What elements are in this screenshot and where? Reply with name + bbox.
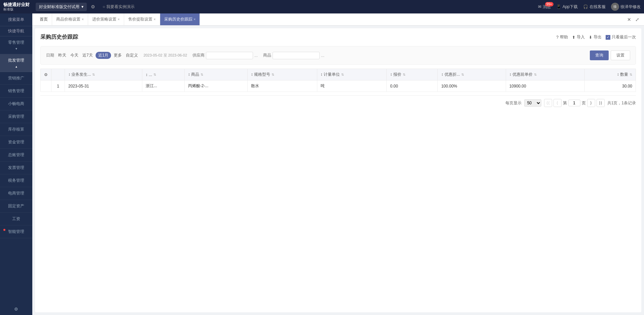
th-quantity-sort-icon[interactable]: ⇅ (630, 73, 632, 76)
tabs-bar: 首页 商品价格设置 × 进价策略设置 × 售价提取设置 × 采购历史价跟踪 × … (32, 13, 644, 26)
sidebar-item-smart[interactable]: 智能管理 (0, 225, 32, 238)
settings-col-icon[interactable]: ⚙ (44, 72, 48, 77)
tab-price-extract[interactable]: 售价提取设置 × (124, 13, 160, 26)
tab-purchase-strategy-close[interactable]: × (118, 18, 120, 21)
tab-price-extract-close[interactable]: × (154, 18, 156, 21)
th-orig-price: ↕ 优惠前单价 ⇅ (506, 69, 584, 80)
th-date-sort-icon[interactable]: ⇅ (92, 73, 95, 76)
page-next-button[interactable]: ⟩ (587, 99, 595, 107)
sidebar-search[interactable]: 搜索菜单 (0, 13, 32, 26)
th-spec-label: ↕ 规格型号 (251, 72, 270, 77)
filter-actions: 查询 设置 (590, 50, 630, 60)
date-opt-7days[interactable]: 近7天 (81, 52, 94, 59)
tab-goods-price-close[interactable]: × (82, 18, 84, 21)
sidebar-item-ecommerce-small[interactable]: 小畅电商 (0, 98, 32, 110)
user-info[interactable]: 徐 徐泽华修改 (611, 3, 641, 11)
page-total: 共1页，1条记录 (607, 100, 636, 106)
row-settings-cell (41, 80, 51, 92)
sidebar-settings-button[interactable]: ⚙ (0, 303, 32, 315)
sidebar-item-marketing[interactable]: 营销推广 (0, 72, 32, 85)
th-orig-price-sort-icon[interactable]: ⇅ (534, 73, 537, 76)
sidebar-quick-nav[interactable]: 快捷导航 (0, 26, 32, 36)
demo-button[interactable]: ○ 我要看实例演示 (103, 4, 135, 10)
tab-home[interactable]: 首页 (36, 13, 52, 26)
tab-purchase-history-close[interactable]: × (194, 18, 196, 21)
sidebar-item-salary-label: 工资 (12, 216, 20, 222)
page-number-input[interactable] (568, 100, 580, 106)
messages-item[interactable]: ✉ 消息 99+ (538, 4, 551, 10)
filter-bar: 日期 昨天 今天 近7天 近1月 更多 自定义 2023-05-02 至 202… (40, 46, 636, 65)
th-num (51, 69, 65, 80)
tab-close-window-button[interactable]: ✕ (626, 15, 633, 24)
th-spec: ↕ 规格型号 ⇅ (247, 69, 317, 80)
row-goods: 丙烯酸-2-... (188, 83, 209, 88)
tab-purchase-history-label: 采购历史价跟踪 (164, 16, 192, 22)
sidebar-item-ecommerce-small-label: 小畅电商 (8, 101, 24, 107)
page-header: 采购历史价跟踪 ? 帮助 ⬆ 导入 ⬇ 导出 ✓ (40, 34, 636, 41)
sidebar: 搜索菜单 快捷导航 零售管理 ▾ 批发管理 ▴ 营销推广 销售管理 小畅电商 采… (0, 13, 32, 315)
export-button[interactable]: ⬇ 导出 (589, 34, 602, 40)
th-discount-label: ↕ 优惠折... (441, 72, 460, 77)
sidebar-item-salary[interactable]: 工资 (0, 213, 32, 225)
sidebar-item-smart-label: 智能管理 (8, 229, 24, 235)
supplier-input[interactable] (206, 52, 253, 59)
settings-gear-icon[interactable]: ⚙ (14, 307, 18, 312)
tab-purchase-strategy-label: 进价策略设置 (92, 16, 116, 22)
supplier-more-btn[interactable]: ... (254, 53, 258, 58)
page-prev-button[interactable]: ⟨ (553, 99, 562, 107)
date-filter-label: 日期 (46, 53, 54, 58)
app-download-item[interactable]: 📱 App下载 (556, 4, 578, 10)
date-opt-1month[interactable]: 近1月 (96, 52, 111, 59)
page-last-button[interactable]: ⟩⟩ (597, 99, 605, 107)
filter-settings-button[interactable]: 设置 (611, 50, 630, 60)
date-filter-group: 日期 昨天 今天 近7天 近1月 更多 自定义 2023-05-02 至 202… (46, 52, 187, 59)
goods-input[interactable] (273, 52, 320, 59)
only-last-checkbox-box[interactable]: ✓ (606, 35, 610, 40)
row-quantity: 30.00 (622, 84, 632, 89)
sidebar-item-tax[interactable]: 税务管理 (0, 174, 32, 187)
product-selector[interactable]: 好业财标准版交付试用 ▾ (36, 3, 87, 11)
content-area: 首页 商品价格设置 × 进价策略设置 × 售价提取设置 × 采购历史价跟踪 × … (32, 13, 644, 315)
page-first-button[interactable]: ⟨⟨ (544, 99, 552, 107)
sidebar-item-sales[interactable]: 销售管理 (0, 85, 32, 98)
page-label: 第 (563, 100, 567, 106)
only-last-checkbox[interactable]: ✓ 只看最后一次 (606, 34, 636, 40)
help-button[interactable]: ? 帮助 (556, 34, 568, 40)
date-opt-yesterday[interactable]: 昨天 (57, 52, 68, 59)
date-opt-more[interactable]: 更多 (112, 52, 123, 59)
import-button[interactable]: ⬆ 导入 (572, 34, 585, 40)
sidebar-item-tax-label: 税务管理 (8, 178, 24, 183)
sidebar-item-wholesale[interactable]: 批发管理 ▴ (0, 54, 32, 72)
per-page-select[interactable]: 50 20 100 200 (524, 99, 541, 107)
online-service-item[interactable]: 🎧 在线客服 (583, 4, 606, 10)
quick-nav-label[interactable]: 快捷导航 (3, 28, 30, 34)
th-more-label: ↕ ... (146, 72, 152, 77)
th-more-sort-icon[interactable]: ⇅ (153, 73, 156, 76)
tab-purchase-strategy[interactable]: 进价策略设置 × (88, 13, 124, 26)
sidebar-item-ecommerce[interactable]: 电商管理 (0, 187, 32, 200)
date-opt-custom[interactable]: 自定义 (124, 52, 139, 59)
sidebar-item-fixed-assets[interactable]: 固定资产 (0, 200, 32, 213)
th-unit-sort-icon[interactable]: ⇅ (341, 73, 344, 76)
tab-expand-button[interactable]: ⤢ (634, 15, 641, 24)
th-spec-sort-icon[interactable]: ⇅ (272, 73, 274, 76)
th-goods-sort-icon[interactable]: ⇅ (201, 73, 203, 76)
sidebar-item-purchase[interactable]: 采购管理 (0, 110, 32, 123)
sidebar-item-accounting[interactable]: 总账管理 (0, 149, 32, 162)
sidebar-item-invoice[interactable]: 发票管理 (0, 162, 32, 174)
help-icon: ? (556, 35, 559, 40)
th-orig-price-label: ↕ 优惠前单价 (509, 72, 533, 77)
search-menu-label[interactable]: 搜索菜单 (3, 17, 30, 23)
sidebar-item-finance[interactable]: 资金管理 (0, 136, 32, 149)
date-opt-today[interactable]: 今天 (69, 52, 80, 59)
row-num: 1 (57, 84, 59, 89)
th-discount-sort-icon[interactable]: ⇅ (461, 73, 464, 76)
tab-purchase-history[interactable]: 采购历史价跟踪 × (160, 13, 200, 26)
th-price-sort-icon[interactable]: ⇅ (403, 73, 405, 76)
product-settings-button[interactable]: ⚙ (90, 3, 97, 11)
tab-goods-price[interactable]: 商品价格设置 × (52, 13, 88, 26)
query-button[interactable]: 查询 (590, 50, 609, 60)
goods-more-btn[interactable]: ... (321, 53, 324, 58)
sidebar-item-inventory[interactable]: 库存核算 (0, 123, 32, 136)
sidebar-item-retail[interactable]: 零售管理 ▾ (0, 36, 32, 54)
